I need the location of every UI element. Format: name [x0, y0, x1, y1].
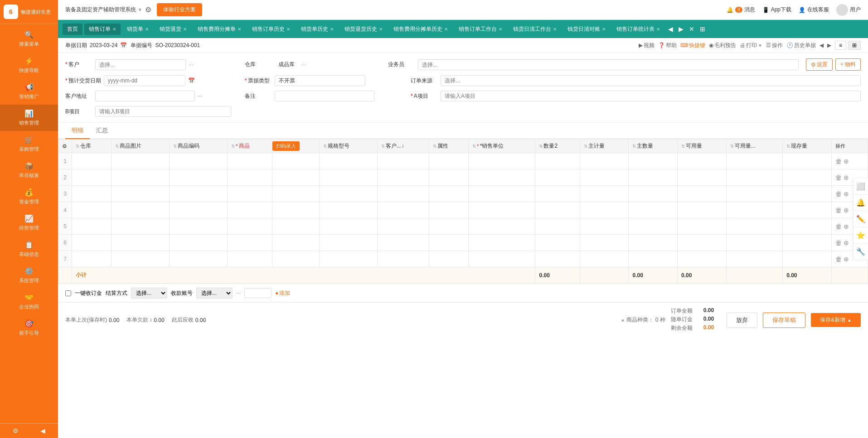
- row-stock[interactable]: [783, 153, 832, 169]
- sort-icon[interactable]: ⇅: [539, 144, 543, 149]
- tab-fee-history[interactable]: 销售费用分摊单历史 ✕: [389, 24, 452, 35]
- row-delete-btn[interactable]: 🗑: [835, 190, 842, 197]
- row-warehouse[interactable]: [72, 235, 112, 251]
- tab-close-icon[interactable]: ✕: [602, 27, 606, 32]
- row-available[interactable]: [677, 235, 726, 251]
- sort-icon[interactable]: ⇅: [632, 144, 636, 149]
- row-code[interactable]: [170, 235, 228, 251]
- float-btn-3[interactable]: ✏️: [853, 211, 868, 227]
- address-more-icon[interactable]: ···: [198, 93, 202, 99]
- goods-count-icon[interactable]: ●: [621, 317, 624, 323]
- tab-sales-goods[interactable]: 销货单 ✕: [122, 24, 153, 35]
- tab-close-icon[interactable]: ✕: [656, 27, 660, 32]
- sort-icon[interactable]: ⇅: [681, 144, 685, 149]
- row-delete-btn[interactable]: 🗑: [835, 158, 842, 165]
- address-input[interactable]: [95, 91, 195, 101]
- sidebar-item-system[interactable]: ⚙️ 系统管理: [0, 262, 58, 289]
- sort-icon[interactable]: ⇅: [231, 144, 235, 149]
- discard-btn[interactable]: 放弃: [727, 313, 757, 328]
- industry-btn[interactable]: 体验行业方案: [157, 3, 202, 16]
- order-source-input[interactable]: [441, 75, 861, 86]
- row-customer-code[interactable]: [377, 251, 429, 267]
- row-spec[interactable]: [319, 169, 377, 186]
- row-available[interactable]: [677, 202, 726, 218]
- row-code[interactable]: [170, 251, 228, 267]
- tab-close-all-btn[interactable]: ✕: [687, 24, 696, 34]
- row-stock[interactable]: [783, 186, 832, 202]
- row-attr[interactable]: [429, 235, 469, 251]
- tab-sales-order[interactable]: 销售订单 ✕: [84, 24, 121, 35]
- row-goods[interactable]: [228, 169, 272, 186]
- sidebar-item-inventory[interactable]: 📦 库存核算: [0, 157, 58, 183]
- tab-sales-order-history[interactable]: 销售订单历史 ✕: [247, 24, 295, 35]
- row-available2[interactable]: [726, 169, 783, 186]
- save-new-arrow-icon[interactable]: ▲: [847, 318, 852, 322]
- sidebar-item-nav[interactable]: ⚡ 快捷导航: [0, 52, 58, 78]
- tab-daily-reconcile[interactable]: 钱货日清对账 ✕: [563, 24, 610, 35]
- sort-icon[interactable]: ⇅: [730, 144, 734, 149]
- tab-daily-workbench[interactable]: 钱货日清工作台 ✕: [509, 24, 561, 35]
- row-customer-code[interactable]: [377, 235, 429, 251]
- row-customer-code[interactable]: [377, 202, 429, 218]
- row-available[interactable]: [677, 169, 726, 186]
- row-qty2[interactable]: [535, 202, 580, 218]
- row-spec[interactable]: [319, 202, 377, 218]
- row-copy-btn[interactable]: ⊕: [844, 190, 849, 197]
- sort-icon[interactable]: ⇅: [381, 144, 385, 149]
- row-main-unit[interactable]: [580, 169, 629, 186]
- row-stock[interactable]: [783, 235, 832, 251]
- row-attr[interactable]: [429, 153, 469, 169]
- nav-next-btn[interactable]: ▶: [827, 42, 831, 48]
- settings-gear-icon[interactable]: ⚙: [145, 5, 151, 14]
- float-btn-1[interactable]: ⬜: [853, 178, 868, 195]
- tab-close-icon[interactable]: ✕: [286, 27, 290, 32]
- sidebar-item-marketing[interactable]: 📢 营销推广: [0, 78, 58, 105]
- scroll-right-btn[interactable]: ▶: [677, 24, 685, 34]
- sidebar-collapse-btn[interactable]: ◀: [40, 427, 45, 434]
- row-warehouse[interactable]: [72, 251, 112, 267]
- amount-input[interactable]: 0.00: [244, 288, 272, 298]
- row-main-unit[interactable]: [580, 186, 629, 202]
- list-view-btn[interactable]: ≡: [835, 41, 846, 50]
- tab-close-icon[interactable]: ✕: [145, 27, 149, 32]
- tab-close-icon[interactable]: ✕: [499, 27, 502, 32]
- row-qty2[interactable]: [535, 251, 580, 267]
- sidebar-item-basic-info[interactable]: 📋 基础信息: [0, 236, 58, 262]
- row-main-qty[interactable]: [629, 169, 678, 186]
- row-main-unit[interactable]: [580, 251, 629, 267]
- tab-close-icon[interactable]: ✕: [238, 27, 241, 32]
- row-available2[interactable]: [726, 251, 783, 267]
- tab-home[interactable]: 首页: [63, 24, 82, 35]
- warehouse-more-icon[interactable]: ···: [301, 62, 305, 68]
- save-new-btn[interactable]: 保存&新增 ▲: [811, 313, 861, 327]
- row-delete-btn[interactable]: 🗑: [835, 174, 842, 181]
- user-btn[interactable]: 用户: [836, 4, 861, 16]
- sort-icon[interactable]: ⇅: [584, 144, 587, 149]
- sidebar-item-guide[interactable]: 🎯 新手引导: [0, 315, 58, 341]
- sort-icon[interactable]: ⇅: [433, 144, 436, 149]
- tab-close-icon[interactable]: ✕: [112, 27, 116, 32]
- row-warehouse[interactable]: [72, 153, 112, 169]
- sort-icon[interactable]: ⇅: [472, 144, 476, 149]
- row-main-qty[interactable]: [629, 218, 678, 235]
- calendar-icon[interactable]: 📅: [120, 42, 127, 48]
- tab-sales-return[interactable]: 销货退货 ✕: [155, 24, 191, 35]
- row-attr[interactable]: [429, 218, 469, 235]
- row-unit[interactable]: [469, 218, 535, 235]
- row-spec[interactable]: [319, 218, 377, 235]
- row-main-unit[interactable]: [580, 235, 629, 251]
- tab-stats[interactable]: 销售订单统计表 ✕: [612, 24, 664, 35]
- row-warehouse[interactable]: [72, 169, 112, 186]
- row-available[interactable]: [677, 218, 726, 235]
- tab-summary[interactable]: 汇总: [90, 123, 114, 139]
- row-goods[interactable]: [228, 235, 272, 251]
- b-project-input[interactable]: [95, 106, 231, 117]
- a-project-input[interactable]: [441, 91, 861, 101]
- scan-btn[interactable]: 扫码录入: [272, 141, 300, 151]
- row-main-unit[interactable]: [580, 218, 629, 235]
- view-action-btn[interactable]: ▶ 视频: [639, 42, 655, 49]
- float-btn-4[interactable]: ⭐: [853, 227, 868, 244]
- row-warehouse[interactable]: [72, 186, 112, 202]
- row-warehouse[interactable]: [72, 218, 112, 235]
- table-settings-icon[interactable]: ⚙: [62, 143, 67, 149]
